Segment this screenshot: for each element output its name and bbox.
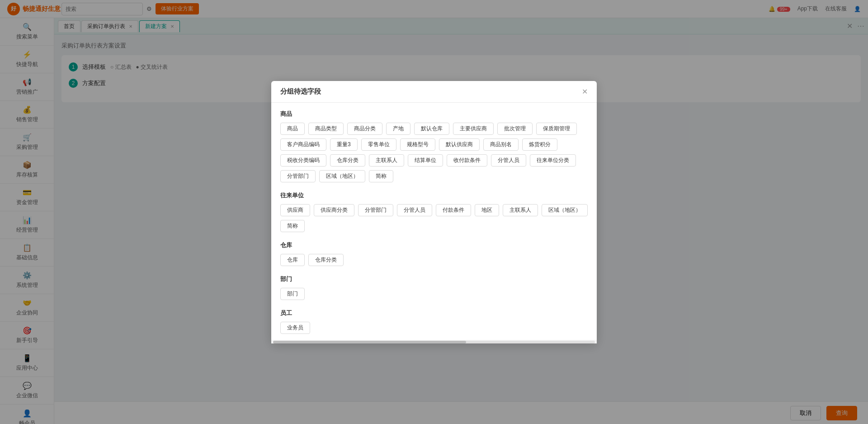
field-tag-warehouse-name[interactable]: 仓库 — [280, 254, 305, 266]
field-tag-counterpart-dept[interactable]: 分管部门 — [358, 204, 393, 216]
field-tag-product-tax-code[interactable]: 税收分类编码 — [280, 154, 326, 167]
field-tag-counterpart-abbr[interactable]: 简称 — [280, 220, 305, 232]
field-tag-counterpart-supplier[interactable]: 供应商 — [280, 204, 310, 216]
field-tag-product-default-warehouse[interactable]: 默认仓库 — [414, 123, 449, 135]
field-group-product: 商品 商品 商品类型 商品分类 产地 默认仓库 主要供应商 批次管理 保质期管理… — [280, 110, 588, 182]
field-tag-product-category[interactable]: 商品分类 — [347, 123, 382, 135]
field-group-department-title: 部门 — [280, 275, 588, 283]
field-tag-product-manager[interactable]: 分管人员 — [491, 154, 526, 167]
field-group-product-title: 商品 — [280, 110, 588, 118]
field-tag-product-spec[interactable]: 规格型号 — [400, 138, 435, 151]
field-tag-product-alias[interactable]: 商品别名 — [483, 138, 519, 151]
field-tag-product-product[interactable]: 商品 — [280, 123, 305, 135]
field-tag-product-type[interactable]: 商品类型 — [308, 123, 344, 135]
field-tags-counterpart: 供应商 供应商分类 分管部门 分管人员 付款条件 地区 主联系人 区域（地区） … — [280, 204, 588, 232]
field-tag-product-contact[interactable]: 主联系人 — [369, 154, 404, 167]
field-tag-employee-salesperson[interactable]: 业务员 — [280, 322, 310, 334]
field-tag-counterpart-region[interactable]: 地区 — [475, 204, 499, 216]
field-tag-product-warehouse-category[interactable]: 仓库分类 — [330, 154, 365, 167]
field-tag-counterpart-contact[interactable]: 主联系人 — [503, 204, 538, 216]
field-tag-product-abbr[interactable]: 简称 — [369, 170, 393, 182]
field-group-employee: 员工 业务员 — [280, 309, 588, 334]
field-group-employee-title: 员工 — [280, 309, 588, 317]
field-group-warehouse: 仓库 仓库 仓库分类 — [280, 241, 588, 266]
modal-body: 商品 商品 商品类型 商品分类 产地 默认仓库 主要供应商 批次管理 保质期管理… — [271, 103, 597, 340]
field-tags-employee: 业务员 — [280, 322, 588, 334]
field-tag-product-default-supplier[interactable]: 默认供应商 — [439, 138, 480, 151]
field-tag-product-shelf-life[interactable]: 保质期管理 — [536, 123, 577, 135]
field-select-modal: 分组待选字段 ✕ 商品 商品 商品类型 商品分类 产地 默认仓库 主要供应商 批… — [271, 81, 597, 343]
field-tag-product-origin[interactable]: 产地 — [386, 123, 410, 135]
field-tag-counterpart-region2[interactable]: 区域（地区） — [542, 204, 588, 216]
field-tags-department: 部门 — [280, 288, 588, 300]
field-tag-product-counterpart-category[interactable]: 往来单位分类 — [530, 154, 576, 167]
field-tag-product-points[interactable]: 炼货积分 — [522, 138, 557, 151]
field-group-warehouse-title: 仓库 — [280, 241, 588, 249]
modal-close-button[interactable]: ✕ — [582, 87, 588, 96]
field-tag-counterpart-payment[interactable]: 付款条件 — [436, 204, 471, 216]
field-group-counterpart-title: 往来单位 — [280, 191, 588, 200]
field-tag-counterpart-manager[interactable]: 分管人员 — [397, 204, 432, 216]
modal-overlay: 分组待选字段 ✕ 商品 商品 商品类型 商品分类 产地 默认仓库 主要供应商 批… — [0, 0, 868, 424]
field-tag-product-weight[interactable]: 重量3 — [330, 138, 358, 151]
field-group-department: 部门 部门 — [280, 275, 588, 300]
field-tag-product-main-supplier[interactable]: 主要供应商 — [453, 123, 494, 135]
hscroll-thumb — [273, 341, 466, 343]
field-tag-warehouse-category[interactable]: 仓库分类 — [308, 254, 344, 266]
field-tag-product-region[interactable]: 区域（地区） — [319, 170, 365, 182]
field-group-counterpart: 往来单位 供应商 供应商分类 分管部门 分管人员 付款条件 地区 主联系人 区域… — [280, 191, 588, 232]
field-tags-warehouse: 仓库 仓库分类 — [280, 254, 588, 266]
field-tag-product-customer-code[interactable]: 客户商品编码 — [280, 138, 326, 151]
modal-title: 分组待选字段 — [280, 87, 321, 96]
modal-hscroll[interactable] — [271, 340, 597, 343]
field-tag-product-payment-terms[interactable]: 收付款条件 — [447, 154, 487, 167]
field-tag-product-dept[interactable]: 分管部门 — [280, 170, 316, 182]
field-tag-product-retail-unit[interactable]: 零售单位 — [361, 138, 396, 151]
field-tags-product: 商品 商品类型 商品分类 产地 默认仓库 主要供应商 批次管理 保质期管理 客户… — [280, 123, 588, 182]
modal-header: 分组待选字段 ✕ — [271, 81, 597, 103]
field-tag-product-settlement-unit[interactable]: 结算单位 — [408, 154, 443, 167]
field-tag-product-batch[interactable]: 批次管理 — [497, 123, 533, 135]
field-tag-counterpart-supplier-cat[interactable]: 供应商分类 — [314, 204, 354, 216]
field-tag-department-name[interactable]: 部门 — [280, 288, 305, 300]
